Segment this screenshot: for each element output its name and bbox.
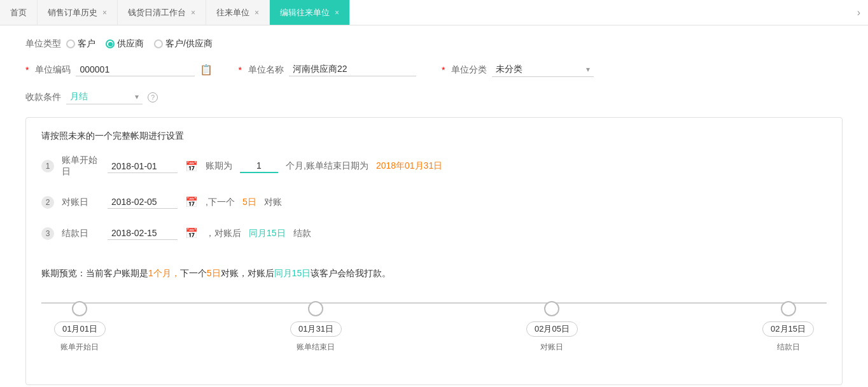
timeline-node-2: 02月05日 对账日 <box>526 301 578 353</box>
radio-customer-circle <box>66 39 75 48</box>
tab-sales-close[interactable]: × <box>102 8 107 17</box>
row-num-2: 2 <box>41 196 54 209</box>
row-2-desc-prefix: ,下一个 <box>206 197 235 208</box>
unit-category-select[interactable]: 未分类 ▾ <box>492 62 594 77</box>
radio-supplier-circle <box>106 39 115 48</box>
tab-more-button[interactable]: › <box>850 7 868 18</box>
preview-suffix: 该客户会给我打款。 <box>311 268 391 278</box>
month-input[interactable] <box>240 159 278 173</box>
row-label-1: 账单开始日 <box>62 155 100 178</box>
tab-partner-label: 往来单位 <box>216 7 249 18</box>
radio-customer-supplier[interactable]: 客户/供应商 <box>154 38 213 50</box>
tab-sales-order-history[interactable]: 销售订单历史 × <box>38 0 118 25</box>
tab-cash-work-station[interactable]: 钱货日清工作台 × <box>118 0 206 25</box>
preview-middle2: 对账，对账后 <box>221 268 274 278</box>
unit-name-input[interactable] <box>289 63 416 76</box>
unit-type-field: 单位类型 客户 供应商 客户/供应商 <box>25 38 213 50</box>
row-num-1: 1 <box>41 160 54 172</box>
unit-code-required: * <box>25 65 29 75</box>
unit-code-input[interactable] <box>76 63 195 76</box>
unit-code-label: 单位编码 <box>35 64 71 76</box>
unit-type-row: 单位类型 客户 供应商 客户/供应商 <box>25 38 843 50</box>
unit-code-icon[interactable]: 📋 <box>200 64 213 76</box>
radio-supplier[interactable]: 供应商 <box>106 38 144 50</box>
reconcile-date-input[interactable] <box>108 195 178 209</box>
preview-highlight2: 5日 <box>207 268 221 278</box>
unit-type-radio-group: 客户 供应商 客户/供应商 <box>66 38 213 50</box>
unit-category-field: * 单位分类 未分类 ▾ <box>442 62 594 77</box>
collection-condition-field: 收款条件 月结 ▾ ? <box>25 90 158 104</box>
tab-partner-unit[interactable]: 往来单位 × <box>206 0 270 25</box>
payment-date-cal-icon[interactable]: 📅 <box>185 227 198 239</box>
payment-date-input[interactable] <box>108 227 178 240</box>
row-3-highlight: 同月15日 <box>249 228 286 239</box>
help-icon[interactable]: ? <box>148 92 158 102</box>
main-content: 单位类型 客户 供应商 客户/供应商 * 单位编码 <box>0 25 868 387</box>
section-box: 请按照未来的一个完整帐期进行设置 1 账单开始日 📅 账期为 个月,账单结束日期… <box>25 117 843 385</box>
row-label-3: 结款日 <box>62 228 100 239</box>
node-date-label-0: 01月01日 <box>54 321 106 337</box>
preview-prefix: 账期预览：当前客户账期是 <box>41 268 148 278</box>
unit-category-label: 单位分类 <box>451 64 487 76</box>
row-label-2: 对账日 <box>62 197 100 208</box>
row-3-desc-prefix: ，对账后 <box>206 228 241 239</box>
collection-condition-arrow: ▾ <box>135 92 139 101</box>
node-date-label-3: 02月15日 <box>762 321 814 337</box>
node-circle-2 <box>544 301 559 316</box>
row-3-desc-suffix: 结款 <box>293 228 311 239</box>
tab-edit-partner-label: 编辑往来单位 <box>280 7 330 18</box>
data-row-1: 1 账单开始日 📅 账期为 个月,账单结束日期为 2018年01月31日 <box>41 155 827 178</box>
node-sub-label-1: 账单结束日 <box>297 342 335 353</box>
tab-bar: 首页 销售订单历史 × 钱货日清工作台 × 往来单位 × 编辑往来单位 × › <box>0 0 868 25</box>
data-row-2: 2 对账日 📅 ,下一个5日对账 <box>41 195 827 209</box>
row-1-desc-after: 个月,账单结束日期为 <box>286 160 368 172</box>
timeline-nodes: 01月01日 账单开始日 01月31日 账单结束日 02月05日 对账日 <box>54 301 814 353</box>
preview-highlight3: 同月15日 <box>274 268 311 278</box>
collection-condition-row: 收款条件 月结 ▾ ? <box>25 90 843 104</box>
reconcile-date-cal-icon[interactable]: 📅 <box>185 196 198 208</box>
row-2-desc-suffix: 对账 <box>264 197 282 208</box>
timeline-node-1: 01月31日 账单结束日 <box>290 301 342 353</box>
preview-section: 账期预览：当前客户账期是1个月，下一个5日对账，对账后同月15日该客户会给我打款… <box>41 258 827 372</box>
preview-highlight1: 1个月， <box>148 268 180 278</box>
row-1-end-date: 2018年01月31日 <box>376 160 442 172</box>
radio-customer[interactable]: 客户 <box>66 38 95 50</box>
tab-edit-partner-close[interactable]: × <box>335 8 339 17</box>
row-2-highlight: 5日 <box>242 197 256 208</box>
node-sub-label-2: 对账日 <box>540 342 563 353</box>
radio-supplier-label: 供应商 <box>117 38 144 50</box>
tab-home[interactable]: 首页 <box>0 0 38 25</box>
radio-customer-label: 客户 <box>78 38 95 50</box>
node-sub-label-0: 账单开始日 <box>60 342 99 353</box>
unit-name-field: * 单位名称 <box>238 63 416 76</box>
collection-condition-label: 收款条件 <box>25 92 61 103</box>
node-circle-1 <box>308 301 323 316</box>
timeline-node-0: 01月01日 账单开始日 <box>54 301 106 353</box>
tab-edit-partner-unit[interactable]: 编辑往来单位 × <box>270 0 350 25</box>
radio-customer-supplier-circle <box>154 39 163 48</box>
section-title: 请按照未来的一个完整帐期进行设置 <box>41 130 827 142</box>
unit-code-field: * 单位编码 📋 <box>25 63 213 76</box>
tab-home-label: 首页 <box>10 7 27 18</box>
unit-name-label: 单位名称 <box>248 64 284 76</box>
row-1-desc-before: 账期为 <box>206 160 232 172</box>
tab-cash-label: 钱货日清工作台 <box>128 7 186 18</box>
data-row-3: 3 结款日 📅 ，对账后同月15日结款 <box>41 227 827 240</box>
collection-condition-value: 月结 <box>70 91 131 102</box>
start-date-input[interactable] <box>108 160 178 173</box>
preview-text: 账期预览：当前客户账期是1个月，下一个5日对账，对账后同月15日该客户会给我打款… <box>41 268 827 279</box>
row-num-3: 3 <box>41 227 54 240</box>
tab-sales-label: 销售订单历史 <box>48 7 97 18</box>
radio-customer-supplier-label: 客户/供应商 <box>165 38 213 50</box>
node-sub-label-3: 结款日 <box>777 342 800 353</box>
node-date-label-1: 01月31日 <box>290 321 342 337</box>
node-circle-3 <box>781 301 796 316</box>
collection-condition-select[interactable]: 月结 ▾ <box>66 90 143 104</box>
tab-partner-close[interactable]: × <box>255 8 259 17</box>
start-date-cal-icon[interactable]: 📅 <box>185 160 198 172</box>
unit-category-arrow: ▾ <box>586 65 590 74</box>
unit-info-row: * 单位编码 📋 * 单位名称 * 单位分类 未分类 ▾ <box>25 62 843 77</box>
timeline-node-3: 02月15日 结款日 <box>762 301 814 353</box>
timeline: 01月01日 账单开始日 01月31日 账单结束日 02月05日 对账日 <box>41 295 827 372</box>
tab-cash-close[interactable]: × <box>191 8 195 17</box>
